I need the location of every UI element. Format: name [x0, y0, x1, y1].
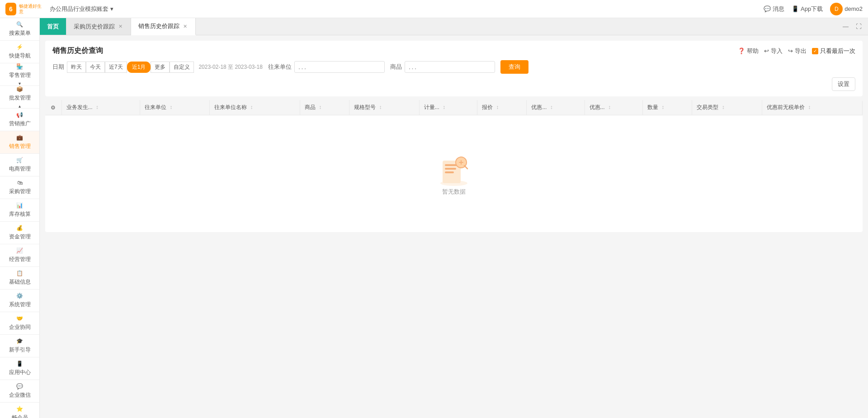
date-range-text: 2023-02-18 至 2023-03-18: [198, 63, 262, 71]
retail-icon: 🏪: [16, 63, 23, 70]
th-trade-type[interactable]: 交易类型 ↕: [692, 100, 762, 115]
th-pre-discount-price[interactable]: 优惠前无税单价 ↕: [762, 100, 862, 115]
import-button[interactable]: ↩ 导入: [764, 47, 783, 55]
sidebar-label-enterprise: 企业协同: [9, 323, 31, 331]
th-settings[interactable]: ⚙: [45, 100, 61, 115]
sidebar-item-wechat[interactable]: 💬 企业微信: [0, 380, 39, 403]
marketing-icon: 📢: [16, 112, 23, 118]
app-download-button[interactable]: 📱 App下载: [792, 5, 823, 13]
product-filter-group: 商品 ...: [390, 61, 495, 73]
sidebar-item-marketing[interactable]: 📢 营销推广: [0, 109, 39, 131]
date-filter-group: 日期 昨天 今天 近7天 近1月 更多 自定义 2023-02-18 至 202…: [52, 62, 263, 73]
counterparty-filter-group: 往来单位 ...: [268, 61, 385, 73]
main-layout: 🔍 搜索菜单 ⚡ 快捷导航 🏪 零售管理 ▾ 📦 批发管理 ▴ 📢 营销推广 💼…: [0, 18, 868, 418]
last-once-checkbox[interactable]: ✓: [812, 48, 818, 54]
th-discount2[interactable]: 优惠... ↕: [585, 100, 642, 115]
sidebar-item-enterprise[interactable]: 🤝 企业协同: [0, 312, 39, 335]
import-icon: ↩: [764, 48, 769, 54]
export-button[interactable]: ↪ 导出: [788, 47, 807, 55]
query-button[interactable]: 查询: [500, 60, 528, 74]
th-product[interactable]: 商品 ↕: [300, 100, 349, 115]
sidebar-item-wholesale-mgmt[interactable]: 📦 批发管理 ▴: [0, 86, 39, 109]
workspace-dropdown-icon: ▾: [110, 5, 113, 12]
sidebar-label-marketing: 营销推广: [9, 120, 31, 128]
tab-home-label: 首页: [47, 23, 59, 31]
date-btn-last7days[interactable]: 近7天: [105, 62, 127, 73]
sort-icon-counterparty: ↕: [170, 104, 172, 110]
counterparty-dots: ...: [298, 63, 307, 71]
th-qty[interactable]: 数量 ↕: [642, 100, 692, 115]
tab-purchase-history-label: 采购历史价跟踪: [74, 23, 115, 31]
tab-home[interactable]: 首页: [40, 18, 66, 35]
th-biz-date[interactable]: 业务发生... ↕: [61, 100, 140, 115]
th-counterparty-name[interactable]: 往来单位名称 ↕: [210, 100, 300, 115]
tab-purchase-history-close[interactable]: ✕: [118, 23, 123, 30]
th-discount1[interactable]: 优惠... ↕: [527, 100, 585, 115]
date-btn-custom[interactable]: 自定义: [170, 62, 194, 73]
table-header: ⚙ 业务发生... ↕ 往来单位 ↕ 往来单位名称 ↕: [45, 100, 863, 115]
help-button[interactable]: ❓ 帮助: [738, 47, 759, 55]
messaging-button[interactable]: 💬 消息: [764, 5, 784, 13]
sidebar-label-retail: 零售管理: [9, 71, 31, 79]
th-quote[interactable]: 报价 ↕: [477, 100, 526, 115]
tab-purchase-history[interactable]: 采购历史价跟踪 ✕: [66, 18, 131, 35]
date-btn-last1month[interactable]: 近1月: [127, 62, 151, 73]
th-unit[interactable]: 计量... ↕: [419, 100, 477, 115]
user-label: demo2: [844, 5, 863, 12]
content-area: 首页 采购历史价跟踪 ✕ 销售历史价跟踪 ✕ — ⛶ 销售历史价查询: [40, 18, 868, 418]
svg-rect-4: [445, 171, 454, 173]
tab-sales-history[interactable]: 销售历史价跟踪 ✕: [131, 18, 196, 35]
counterparty-input[interactable]: ...: [294, 61, 385, 73]
app-center-icon: 📱: [16, 361, 23, 367]
date-btn-more[interactable]: 更多: [151, 62, 170, 73]
sidebar-item-finance[interactable]: 💰 资金管理: [0, 222, 39, 244]
product-label: 商品: [390, 63, 402, 71]
retail-arrow-icon: ▾: [19, 81, 21, 86]
sidebar-item-purchase-mgmt[interactable]: 🛍 采购管理: [0, 176, 39, 199]
last-once-label: 只看最后一次: [820, 47, 855, 55]
tab-sales-history-label: 销售历史价跟踪: [138, 22, 179, 30]
empty-state-icon: [436, 152, 472, 188]
workspace-selector[interactable]: 办公用品行业模拟账套 ▾: [46, 3, 117, 15]
sidebar-label-app-center: 应用中心: [9, 369, 31, 376]
tab-bar: 首页 采购历史价跟踪 ✕ 销售历史价跟踪 ✕ — ⛶: [40, 18, 868, 35]
sidebar-item-tutorial[interactable]: 🎓 新手引导: [0, 335, 39, 357]
sort-icon-trade-type: ↕: [722, 104, 725, 110]
product-input[interactable]: ...: [405, 61, 495, 73]
query-panel: 销售历史价查询 ❓ 帮助 ↩ 导入 ↪ 导出: [45, 41, 863, 96]
th-spec[interactable]: 规格型号 ↕: [349, 100, 419, 115]
sidebar-item-inventory[interactable]: 📊 库存核算: [0, 199, 39, 222]
sidebar-item-search-menu[interactable]: 🔍 搜索菜单: [0, 18, 39, 41]
query-row: 日期 昨天 今天 近7天 近1月 更多 自定义 2023-02-18 至 202…: [52, 60, 855, 74]
user-profile[interactable]: D demo2: [830, 3, 863, 15]
wechat-icon: 💬: [16, 383, 23, 390]
system-icon: ⚙️: [16, 293, 23, 299]
tab-maximize-button[interactable]: ⛶: [853, 21, 864, 32]
sidebar-label-basic-info: 基础信息: [9, 278, 31, 286]
sort-icon-pre-discount-price: ↕: [808, 104, 811, 110]
th-counterparty[interactable]: 往来单位 ↕: [140, 100, 209, 115]
sort-icon-qty: ↕: [661, 104, 664, 110]
date-btn-yesterday[interactable]: 昨天: [67, 62, 86, 73]
sidebar-item-system[interactable]: ⚙️ 系统管理: [0, 290, 39, 312]
tutorial-icon: 🎓: [16, 338, 23, 344]
sidebar-item-retail-mgmt[interactable]: 🏪 零售管理 ▾: [0, 63, 39, 86]
sidebar-item-operations[interactable]: 📈 经营管理: [0, 244, 39, 267]
last-once-checkbox-item[interactable]: ✓ 只看最后一次: [812, 47, 855, 55]
sidebar-item-quick-nav[interactable]: ⚡ 快捷导航: [0, 41, 39, 63]
sidebar-item-sales-mgmt[interactable]: 💼 销售管理: [0, 131, 39, 154]
sidebar-item-vip[interactable]: ⭐ 畅会员: [0, 403, 39, 418]
tab-minimize-button[interactable]: —: [840, 21, 851, 32]
setting-button[interactable]: 设置: [832, 77, 855, 91]
sort-icon-discount2: ↕: [608, 104, 611, 110]
sort-icon-counterparty-name: ↕: [250, 104, 253, 110]
date-btn-today[interactable]: 今天: [86, 62, 105, 73]
sidebar-item-app-center[interactable]: 📱 应用中心: [0, 357, 39, 380]
tab-sales-history-close[interactable]: ✕: [182, 23, 188, 30]
tab-actions: — ⛶: [836, 18, 868, 35]
sidebar-item-basic-info[interactable]: 📋 基础信息: [0, 267, 39, 290]
sidebar-item-ecommerce[interactable]: 🛒 电商管理: [0, 154, 39, 176]
sort-icon-product: ↕: [319, 104, 321, 110]
header-actions: ❓ 帮助 ↩ 导入 ↪ 导出 ✓ 只看最后一次: [738, 47, 855, 55]
quick-nav-icon: ⚡: [16, 44, 23, 50]
